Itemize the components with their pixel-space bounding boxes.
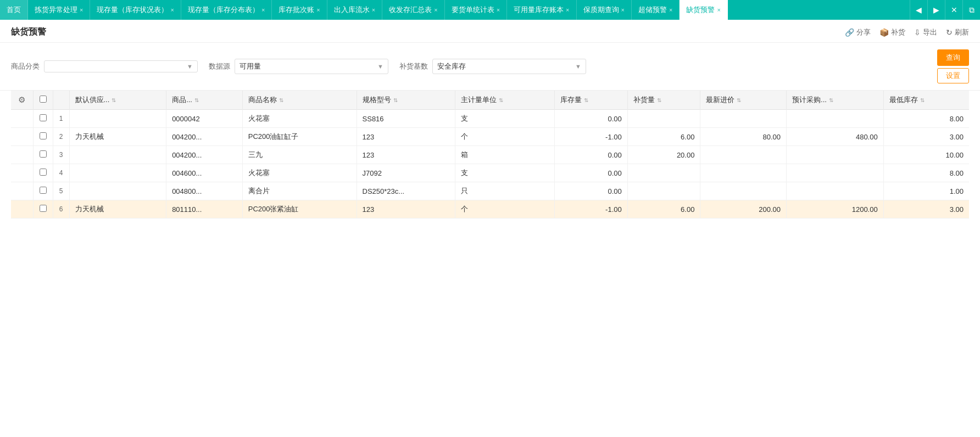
- th-latest-price-sort-icon: ⇅: [737, 97, 741, 103]
- gear-icon[interactable]: ⚙: [18, 95, 25, 104]
- row-check-cell[interactable]: [33, 200, 53, 218]
- row-spec-5: 123: [357, 200, 455, 218]
- export-button[interactable]: ⇩ 导出: [914, 27, 937, 37]
- th-est-purchase[interactable]: 预计采购... ⇅: [787, 91, 884, 110]
- th-name[interactable]: 商品名称 ⇅: [242, 91, 357, 110]
- close-icon-available[interactable]: ×: [566, 7, 569, 13]
- row-check-cell[interactable]: [33, 128, 53, 146]
- nav-item-inout[interactable]: 出入库流水 ×: [327, 0, 382, 20]
- th-gear[interactable]: ⚙: [11, 91, 33, 110]
- datasource-filter-group: 数据源 可用量 ▼: [209, 59, 388, 74]
- row-name-1: PC200油缸缸子: [242, 128, 357, 146]
- row-spec-3: J7092: [357, 164, 455, 182]
- nav-prev-button[interactable]: ◀: [910, 0, 927, 20]
- row-check-cell[interactable]: [33, 164, 53, 182]
- row-checkbox-5[interactable]: [40, 205, 47, 212]
- replenish-label: 补货基数: [399, 61, 428, 71]
- th-code[interactable]: 商品... ⇅: [166, 91, 243, 110]
- nav-item-expiry[interactable]: 保质期查询 ×: [577, 0, 632, 20]
- row-checkbox-1[interactable]: [40, 132, 47, 139]
- select-all-checkbox[interactable]: [40, 96, 47, 103]
- close-icon-inout[interactable]: ×: [372, 7, 375, 13]
- row-checkbox-2[interactable]: [40, 150, 47, 158]
- table-header-row: ⚙ 默认供应... ⇅ 商品...: [11, 91, 969, 110]
- table-row: 2 力天机械 004200... PC200油缸缸子 123 个 -1.00 6…: [11, 128, 969, 146]
- th-est-purchase-label: 预计采购...: [792, 95, 827, 105]
- nav-close-button[interactable]: ✕: [945, 0, 962, 20]
- th-unit[interactable]: 主计量单位 ⇅: [455, 91, 555, 110]
- row-replenish-qty-4: [627, 182, 700, 200]
- nav-item-abnormal[interactable]: 拣货异常处理 ×: [28, 0, 90, 20]
- close-icon-shortage[interactable]: ×: [717, 7, 720, 13]
- row-checkbox-4[interactable]: [40, 187, 47, 194]
- th-replenish-qty[interactable]: 补货量 ⇅: [627, 91, 700, 110]
- nav-label-expiry: 保质期查询: [583, 5, 619, 15]
- nav-next-button[interactable]: ▶: [927, 0, 945, 20]
- nav-item-batch[interactable]: 库存批次账 ×: [272, 0, 327, 20]
- row-min-stock-4: 1.00: [883, 182, 969, 200]
- close-icon-overstock[interactable]: ×: [669, 7, 672, 13]
- table-body: 1 0000042 火花塞 SS816 支 0.00 8.00 2 力天机械 0…: [11, 110, 969, 218]
- nav-label-collect: 收发存汇总表: [389, 5, 432, 15]
- close-icon-collect[interactable]: ×: [434, 7, 437, 13]
- th-min-stock[interactable]: 最低库存 ⇅: [883, 91, 969, 110]
- refresh-button[interactable]: ↻ 刷新: [946, 27, 969, 37]
- nav-expand-button[interactable]: ⧉: [962, 0, 980, 20]
- settings-button[interactable]: 设置: [937, 68, 969, 83]
- row-check-cell[interactable]: [33, 146, 53, 164]
- row-latest-price-3: [700, 164, 787, 182]
- table-container: ⚙ 默认供应... ⇅ 商品...: [0, 91, 980, 218]
- replenish-button[interactable]: 📦 补货: [879, 27, 905, 37]
- row-index-3: 4: [53, 164, 69, 182]
- row-checkbox-3[interactable]: [40, 169, 47, 176]
- th-min-stock-label: 最低库存: [889, 95, 918, 105]
- datasource-select[interactable]: 可用量 ▼: [235, 59, 388, 74]
- nav-item-collect[interactable]: 收发存汇总表 ×: [382, 0, 444, 20]
- row-stock-5: -1.00: [555, 200, 628, 218]
- row-est-purchase-4: [787, 182, 884, 200]
- th-spec[interactable]: 规格型号 ⇅: [357, 91, 455, 110]
- nav-item-home[interactable]: 首页: [0, 0, 28, 20]
- th-supplier[interactable]: 默认供应... ⇅: [69, 91, 166, 110]
- row-check-cell[interactable]: [33, 110, 53, 128]
- header-actions: 🔗 分享 📦 补货 ⇩ 导出 ↻ 刷新: [845, 27, 969, 37]
- refresh-label: 刷新: [955, 27, 969, 37]
- close-icon-orderstat[interactable]: ×: [497, 7, 500, 13]
- th-stock[interactable]: 库存量 ⇅: [555, 91, 628, 110]
- nav-item-available[interactable]: 可用量库存账本 ×: [507, 0, 576, 20]
- row-name-0: 火花塞: [242, 110, 357, 128]
- row-replenish-qty-3: [627, 164, 700, 182]
- row-check-cell[interactable]: [33, 182, 53, 200]
- refresh-icon: ↻: [946, 28, 953, 37]
- row-checkbox-0[interactable]: [40, 114, 47, 121]
- nav-item-stock2[interactable]: 现存量（库存分布表） ×: [181, 0, 272, 20]
- filter-row: 商品分类 ▼ 数据源 可用量 ▼ 补货基数 安全库存 ▼ 查询 设置: [0, 43, 980, 91]
- nav-label-shortage: 缺货预警: [686, 5, 715, 15]
- th-latest-price[interactable]: 最新进价 ⇅: [700, 91, 787, 110]
- query-button[interactable]: 查询: [937, 49, 969, 66]
- close-icon-stock1[interactable]: ×: [170, 7, 174, 13]
- row-replenish-qty-0: [627, 110, 700, 128]
- nav-item-shortage[interactable]: 缺货预警 ×: [680, 0, 727, 20]
- row-replenish-qty-1: 6.00: [627, 128, 700, 146]
- nav-item-orderstat[interactable]: 要货单统计表 ×: [445, 0, 507, 20]
- th-check[interactable]: [33, 91, 53, 110]
- nav-item-overstock[interactable]: 超储预警 ×: [632, 0, 680, 20]
- th-code-label: 商品...: [172, 95, 192, 105]
- row-latest-price-4: [700, 182, 787, 200]
- category-select[interactable]: ▼: [44, 60, 198, 72]
- close-icon-expiry[interactable]: ×: [621, 7, 625, 13]
- replenish-select[interactable]: 安全库存 ▼: [432, 59, 586, 74]
- row-index-4: 5: [53, 182, 69, 200]
- export-icon: ⇩: [914, 28, 921, 37]
- share-button[interactable]: 🔗 分享: [845, 27, 871, 37]
- close-icon-abnormal[interactable]: ×: [80, 7, 83, 13]
- th-unit-sort-icon: ⇅: [499, 97, 503, 103]
- nav-item-stock1[interactable]: 现存量（库存状况表） ×: [90, 0, 181, 20]
- close-icon-stock2[interactable]: ×: [261, 7, 265, 13]
- close-icon-batch[interactable]: ×: [316, 7, 320, 13]
- th-est-purchase-sort-icon: ⇅: [829, 97, 833, 103]
- row-supplier-1: 力天机械: [69, 128, 166, 146]
- row-spec-2: 123: [357, 146, 455, 164]
- replenish-value: 安全库存: [437, 61, 466, 71]
